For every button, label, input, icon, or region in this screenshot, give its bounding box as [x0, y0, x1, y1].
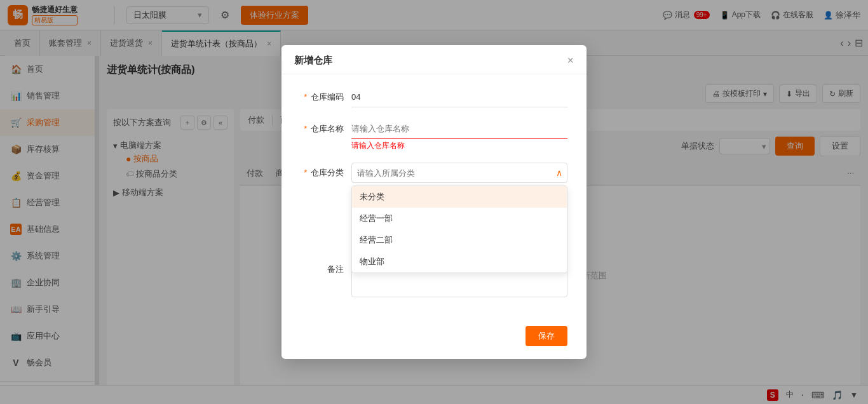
modal-close-button[interactable]: ×: [567, 54, 574, 67]
modal-overlay: 新增仓库 × * 仓库编码 *: [0, 0, 868, 404]
code-input-wrap: [351, 87, 567, 107]
dropdown-option-dept1[interactable]: 经营一部: [352, 208, 567, 229]
modal-header: 新增仓库 ×: [281, 45, 587, 74]
name-error-message: 请输入仓库名称: [351, 140, 567, 151]
name-label: * 仓库名称: [301, 119, 351, 139]
category-input[interactable]: [351, 163, 567, 183]
save-button[interactable]: 保存: [526, 326, 567, 346]
name-field-row: * 仓库名称 请输入仓库名称: [301, 119, 567, 151]
code-label: * 仓库编码: [301, 87, 351, 107]
dropdown-option-dept2[interactable]: 经营二部: [352, 229, 567, 251]
category-label: * 仓库分类: [301, 163, 351, 183]
category-select-wrap: ∧: [351, 163, 567, 183]
name-input[interactable]: [351, 119, 567, 139]
code-field-row: * 仓库编码: [301, 87, 567, 107]
category-input-wrap: ∧ 未分类 经营一部 经营二部: [351, 163, 567, 183]
modal-footer: 保存: [281, 326, 587, 346]
modal-body: * 仓库编码 * 仓库名称 请输入仓库名称: [281, 74, 587, 323]
category-field-row: * 仓库分类 ∧ 未分类: [301, 163, 567, 183]
new-warehouse-modal: 新增仓库 × * 仓库编码 *: [281, 45, 587, 359]
note-label: 备注: [301, 259, 351, 279]
modal-title: 新增仓库: [294, 55, 332, 67]
name-input-wrap: 请输入仓库名称: [351, 119, 567, 151]
category-dropdown: 未分类 经营一部 经营二部 物业部: [351, 185, 567, 273]
code-input[interactable]: [351, 87, 567, 107]
dropdown-option-uncategorized[interactable]: 未分类: [352, 186, 567, 208]
dropdown-option-property[interactable]: 物业部: [352, 251, 567, 273]
